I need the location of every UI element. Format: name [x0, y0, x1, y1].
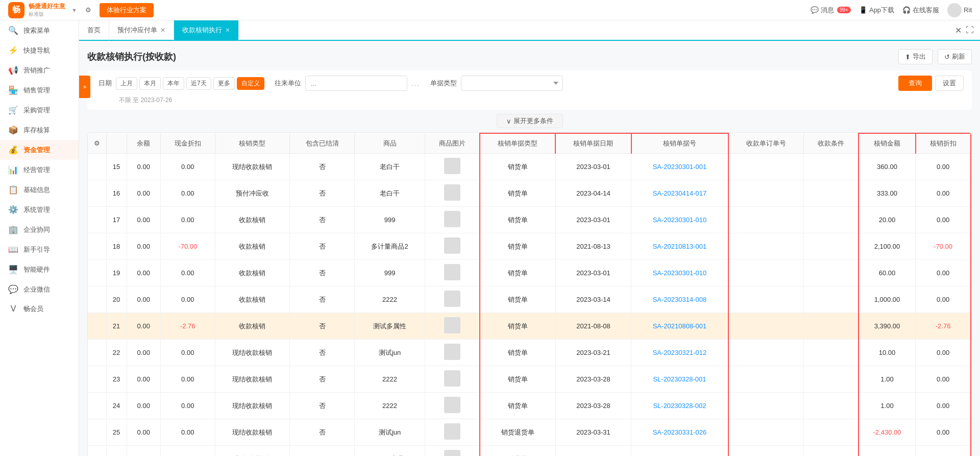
- quick-nav-icon: ⚡: [8, 45, 18, 55]
- td-include-settled: 否: [290, 207, 355, 233]
- tab-home[interactable]: 首页: [79, 20, 109, 40]
- td-seq: 21: [106, 313, 127, 340]
- expand-more-container: ∨ 展开更多条件: [87, 114, 972, 128]
- sidebar-item-quick-nav[interactable]: ⚡ 快捷导航: [0, 40, 79, 60]
- bill-no-link[interactable]: SA-20230301-010: [653, 216, 707, 224]
- td-cash-discount: 0.00: [160, 260, 215, 286]
- solution-btn[interactable]: 体验行业方案: [100, 3, 154, 17]
- app-download-btn[interactable]: 📱 App下载: [859, 6, 894, 15]
- bill-no-link[interactable]: SL-20230328-001: [653, 375, 706, 383]
- export-btn[interactable]: ⬆ 导出: [898, 49, 933, 64]
- sidebar-item-hardware[interactable]: 🖥️ 智能硬件: [0, 259, 79, 279]
- sidebar-item-sales[interactable]: 🏪 销售管理: [0, 80, 79, 100]
- sidebar-item-wechat[interactable]: 💬 企业微信: [0, 279, 79, 299]
- td-bill-date: 2023-03-14: [555, 286, 631, 313]
- date-range-row: 不限 至 2023-07-26: [99, 96, 964, 105]
- th-bill-no: 核销单据号: [631, 133, 728, 154]
- td-write-off-discount: 0.00: [916, 393, 971, 419]
- sidebar-label-member: 畅会员: [23, 304, 43, 314]
- dropdown-arrow-icon[interactable]: ▼: [71, 7, 77, 13]
- expand-more-btn[interactable]: ∨ 展开更多条件: [497, 114, 563, 128]
- td-product-image: [425, 286, 480, 313]
- tab-prepay-close-icon[interactable]: ✕: [160, 27, 165, 34]
- date-this-month-btn[interactable]: 本月: [139, 77, 161, 90]
- td-settings: [88, 419, 106, 446]
- date-more-btn[interactable]: 更多: [213, 77, 235, 90]
- td-receipt-order-no: [728, 446, 804, 457]
- td-include-settled: 否: [290, 419, 355, 446]
- bill-no-link[interactable]: SA-20230301-010: [653, 269, 707, 277]
- sidebar-item-system[interactable]: ⚙️ 系统管理: [0, 200, 79, 220]
- td-bill-no: SA-20230314-008: [631, 286, 728, 313]
- sidebar-item-base-info[interactable]: 📋 基础信息: [0, 180, 79, 200]
- filter-settings-btn[interactable]: 设置: [935, 76, 964, 91]
- user-area[interactable]: Rit: [947, 3, 972, 17]
- bill-no-link[interactable]: SA-20230414-017: [653, 189, 707, 197]
- settings-gear-icon[interactable]: ⚙: [81, 3, 95, 17]
- td-bill-no: SA-20210808-001: [631, 313, 728, 340]
- td-write-off-amount: 10.00: [859, 340, 916, 366]
- receipt-type-select[interactable]: [461, 76, 563, 91]
- bill-no-link[interactable]: SA-20230331-026: [653, 428, 707, 436]
- sidebar-item-search[interactable]: 🔍 搜索菜单: [0, 20, 79, 40]
- date-this-year-btn[interactable]: 本年: [163, 77, 184, 90]
- sidebar-item-enterprise[interactable]: 🏢 企业协同: [0, 220, 79, 239]
- enterprise-icon: 🏢: [8, 225, 18, 234]
- td-product: 多计量商品2: [355, 233, 425, 260]
- table-row: 25 0.00 0.00 现结收款核销 否 测试jun 销货退货单 2023-0…: [88, 419, 971, 446]
- receipt-type-filter-group: 单据类型: [430, 76, 563, 91]
- td-seq: 18: [106, 233, 127, 260]
- date-7days-btn[interactable]: 近7天: [186, 77, 211, 90]
- tab-collection-close-icon[interactable]: ✕: [225, 27, 230, 34]
- sidebar-item-finance[interactable]: 💰 资金管理: [0, 140, 79, 160]
- bill-no-link[interactable]: SA-20210808-001: [653, 322, 707, 330]
- sidebar-item-member[interactable]: V 畅会员: [0, 299, 79, 319]
- query-btn[interactable]: 查询: [898, 76, 932, 91]
- bill-no-link[interactable]: SA-20230321-012: [653, 349, 707, 356]
- date-last-month-btn[interactable]: 上月: [116, 77, 137, 90]
- refresh-btn[interactable]: ↺ 刷新: [938, 49, 972, 64]
- td-bill-no: SA-20230414-017: [631, 180, 728, 207]
- th-settings[interactable]: ⚙: [88, 133, 106, 154]
- tab-collection[interactable]: 收款核销执行 ✕: [174, 20, 239, 40]
- online-service-btn[interactable]: 🎧 在线客服: [902, 6, 939, 15]
- td-bill-type: 销货单: [480, 154, 555, 180]
- td-write-off-type: 预付冲应收: [215, 180, 290, 207]
- marketing-icon: 📢: [8, 65, 18, 75]
- sidebar: 🔍 搜索菜单 ⚡ 快捷导航 📢 营销推广 🏪 销售管理 🛒 采购管理 📦: [0, 20, 79, 456]
- page-header-actions: ⬆ 导出 ↺ 刷新: [898, 49, 972, 64]
- sidebar-item-operations[interactable]: 📊 经营管理: [0, 160, 79, 180]
- td-product: 123D商品: [355, 446, 425, 457]
- guide-icon: 📖: [8, 245, 18, 254]
- td-bill-type: 销货单: [480, 233, 555, 260]
- filter-expand-left-btn[interactable]: »: [79, 76, 90, 98]
- tab-maximize-icon[interactable]: ⛶: [966, 26, 974, 35]
- tab-prepay[interactable]: 预付冲应付单 ✕: [109, 20, 174, 40]
- td-product: 老白干: [355, 180, 425, 207]
- bill-no-link[interactable]: SL-20230328-002: [653, 402, 706, 410]
- bill-no-link[interactable]: SA-20230314-008: [653, 296, 707, 303]
- tab-close-window-icon[interactable]: ✕: [955, 26, 962, 35]
- sidebar-label-hardware: 智能硬件: [23, 265, 50, 274]
- td-receipt-order-no: [728, 286, 804, 313]
- td-product-image: [425, 207, 480, 233]
- td-bill-type: 销货单: [480, 286, 555, 313]
- td-seq: 22: [106, 340, 127, 366]
- bill-no-link[interactable]: SA-20210813-001: [653, 243, 707, 250]
- bill-no-link[interactable]: SA-20230301-001: [653, 163, 707, 171]
- td-cash-discount: 0.00: [160, 286, 215, 313]
- sidebar-item-purchase[interactable]: 🛒 采购管理: [0, 100, 79, 120]
- td-bill-date: 2023-03-01: [555, 207, 631, 233]
- table-settings-icon[interactable]: ⚙: [94, 139, 100, 147]
- date-custom-btn[interactable]: 自定义: [237, 77, 264, 90]
- table-row: 20 0.00 0.00 收款核销 否 2222 销货单 2023-03-14 …: [88, 286, 971, 313]
- td-bill-no: ABC-001: [631, 446, 728, 457]
- td-bill-date: 2023-03-31: [555, 419, 631, 446]
- message-btn[interactable]: 💬 消息 99+: [811, 6, 851, 15]
- td-receipt-order-no: [728, 180, 804, 207]
- sidebar-item-inventory[interactable]: 📦 库存核算: [0, 120, 79, 140]
- sidebar-item-guide[interactable]: 📖 新手引导: [0, 239, 79, 259]
- counterpart-input[interactable]: [305, 76, 407, 91]
- sidebar-item-marketing[interactable]: 📢 营销推广: [0, 60, 79, 80]
- sidebar-label-quick-nav: 快捷导航: [23, 46, 50, 55]
